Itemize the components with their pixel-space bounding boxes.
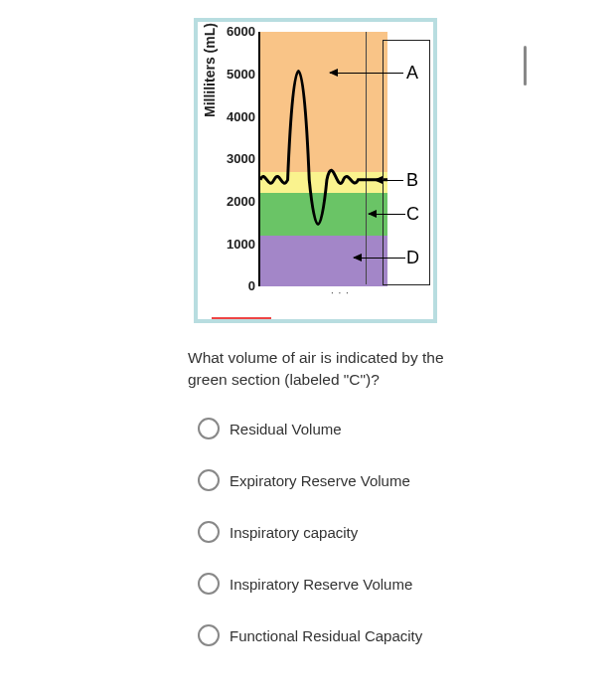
label-d: D <box>406 248 419 268</box>
option-functional-residual-capacity[interactable]: Functional Residual Capacity <box>198 624 616 646</box>
tick-3000: 3000 <box>227 151 255 166</box>
tick-6000: 6000 <box>227 24 255 39</box>
option-residual-volume[interactable]: Residual Volume <box>198 418 616 439</box>
option-label: Inspiratory capacity <box>230 524 358 541</box>
label-b: B <box>406 170 418 191</box>
label-c: C <box>406 204 419 225</box>
decorative-dots: · · · <box>331 287 350 298</box>
option-label: Expiratory Reserve Volume <box>230 472 410 489</box>
option-label: Inspiratory Reserve Volume <box>230 576 412 593</box>
y-axis-ticks: 6000 5000 4000 3000 2000 1000 0 <box>216 28 255 291</box>
arrow-a <box>330 73 403 74</box>
option-inspiratory-capacity[interactable]: Inspiratory capacity <box>198 521 616 543</box>
radio-icon[interactable] <box>198 521 220 543</box>
spirogram-chart: Milliliters (mL) 6000 5000 4000 3000 200… <box>194 18 437 323</box>
arrow-b <box>375 180 403 181</box>
radio-icon[interactable] <box>198 624 220 646</box>
answer-options: Residual Volume Expiratory Reserve Volum… <box>198 418 616 646</box>
scrollbar-indicator <box>524 46 527 86</box>
tick-1000: 1000 <box>227 237 255 252</box>
radio-icon[interactable] <box>198 573 220 595</box>
radio-icon[interactable] <box>198 418 220 439</box>
plot-area <box>258 32 387 286</box>
option-label: Residual Volume <box>230 421 342 437</box>
region-label-box: A B C D <box>383 40 430 285</box>
tick-4000: 4000 <box>227 109 255 124</box>
tick-0: 0 <box>248 278 255 293</box>
red-underline <box>212 317 271 319</box>
option-expiratory-reserve-volume[interactable]: Expiratory Reserve Volume <box>198 469 616 491</box>
tick-2000: 2000 <box>227 194 255 209</box>
label-a: A <box>406 63 418 84</box>
arrow-c <box>369 214 405 215</box>
arrow-d <box>354 258 405 259</box>
question-text: What volume of air is indicated by the g… <box>188 347 446 390</box>
option-inspiratory-reserve-volume[interactable]: Inspiratory Reserve Volume <box>198 573 616 595</box>
spirogram-curve <box>260 32 387 284</box>
tick-5000: 5000 <box>227 67 255 82</box>
option-label: Functional Residual Capacity <box>230 627 422 644</box>
radio-icon[interactable] <box>198 469 220 491</box>
